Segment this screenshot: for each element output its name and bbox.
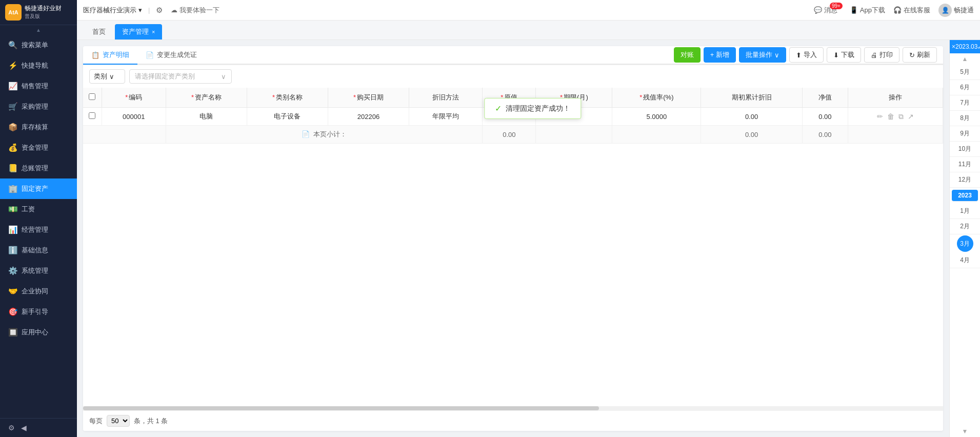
category-select[interactable]: 类别 ∨ <box>89 69 125 84</box>
row-checkbox[interactable] <box>89 112 95 119</box>
tab-asset-management[interactable]: 资产管理 × <box>115 24 162 39</box>
payroll-icon: 💵 <box>8 205 17 214</box>
company-name: 医疗器械行业演示 <box>83 6 136 15</box>
app-download-btn[interactable]: 📱 App下载 <box>850 6 885 15</box>
sidebar-label-operations: 经营管理 <box>22 225 48 234</box>
cell-name: 电脑 <box>166 108 247 126</box>
sidebar-label-search: 搜索菜单 <box>22 41 48 50</box>
per-page-select[interactable]: 50 <box>107 415 130 427</box>
topbar: 医疗器械行业演示 ▾ | ⚙ ☁ 我要体验一下 💬 消息 99+ 📱 App下载… <box>77 0 980 21</box>
sidebar-item-ledger[interactable]: 📒总账管理 <box>0 158 77 178</box>
refresh-button[interactable]: ↻ 刷新 <box>903 47 937 63</box>
company-settings-icon[interactable]: ⚙ <box>156 6 163 15</box>
sidebar-item-inventory[interactable]: 📦库存核算 <box>0 117 77 137</box>
online-service-btn[interactable]: 🎧 在线客服 <box>893 6 930 15</box>
cal-month-3月[interactable]: 3月 <box>957 235 973 252</box>
header-checkbox-cell <box>83 88 102 108</box>
sidebar-item-purchase[interactable]: 🛒采购管理 <box>0 96 77 117</box>
tab-close-icon[interactable]: × <box>152 29 155 35</box>
cal-month-4月[interactable]: 4月 <box>950 253 980 268</box>
calendar-down-btn[interactable]: ▼ <box>950 426 980 437</box>
right-calendar-panel: × 2023.03 ⤢ ▲ 5月6月7月8月9月10月11月12月20231月2… <box>949 40 980 437</box>
experience-btn[interactable]: ☁ 我要体验一下 <box>171 6 219 15</box>
category-input[interactable]: 请选择固定资产类别 ∨ <box>129 69 232 84</box>
sidebar-item-basic-info[interactable]: ℹ️基础信息 <box>0 240 77 261</box>
calendar-header: × 2023.03 ⤢ <box>950 40 980 53</box>
print-button[interactable]: 🖨 打印 <box>864 47 899 63</box>
sidebar-scroll-up[interactable]: ▲ <box>0 25 77 35</box>
subtotal-label: 📄 本页小计： <box>166 126 482 144</box>
reconcile-button[interactable]: 对账 <box>674 47 701 63</box>
cell-depreciation: 年限平均 <box>409 108 483 126</box>
import-button[interactable]: ⬆ 导入 <box>789 47 824 63</box>
settings-icon[interactable]: ⚙ <box>8 424 15 432</box>
sidebar-item-finance[interactable]: 💰资金管理 <box>0 137 77 158</box>
finance-icon: 💰 <box>8 143 17 152</box>
header-depreciation: 折旧方法 <box>409 88 483 108</box>
sidebar: AtA 畅捷通好业财 普及版 ▲ 🔍搜索菜单⚡快捷导航📈销售管理🛒采购管理📦库存… <box>0 0 77 437</box>
sidebar-item-app-center[interactable]: 🔲应用中心 <box>0 322 77 343</box>
operations-icon: 📊 <box>8 225 17 234</box>
cell-code: 000001 <box>102 108 166 126</box>
success-toast: ✓ 清理固定资产成功！ <box>484 98 581 119</box>
header-net-value: 净值 <box>802 88 848 108</box>
sidebar-label-payroll: 工资 <box>22 205 35 214</box>
category-input-chevron: ∨ <box>221 73 226 81</box>
sidebar-item-guide[interactable]: 🎯新手引导 <box>0 302 77 322</box>
cal-month-2月[interactable]: 2月 <box>950 219 980 234</box>
subtab-asset-detail[interactable]: 📋 资产明细 <box>83 46 137 65</box>
cal-month-9月[interactable]: 9月 <box>950 126 980 142</box>
panel-expand-icon[interactable]: ⤢ <box>977 43 980 50</box>
sidebar-item-quick-nav[interactable]: ⚡快捷导航 <box>0 55 77 76</box>
topbar-right: 💬 消息 99+ 📱 App下载 🎧 在线客服 👤 畅捷通 <box>814 4 974 17</box>
download-button[interactable]: ⬇ 下载 <box>827 47 861 63</box>
copy-icon[interactable]: ⧉ <box>898 112 904 121</box>
cal-year-label: 2023 <box>952 190 978 202</box>
cooperation-icon: 🤝 <box>8 287 17 296</box>
page-main: 📋 资产明细 📄 变更生成凭证 对账 + 新增 <box>77 40 949 437</box>
header-category: *类别名称 <box>247 88 328 108</box>
delete-icon[interactable]: 🗑 <box>887 112 894 121</box>
cal-month-6月[interactable]: 6月 <box>950 80 980 95</box>
cal-month-11月[interactable]: 11月 <box>950 157 980 172</box>
sidebar-item-cooperation[interactable]: 🤝企业协同 <box>0 281 77 302</box>
subtotal-net: 0.00 <box>802 126 848 144</box>
app-center-icon: 🔲 <box>8 328 17 337</box>
scrollbar-thumb[interactable] <box>83 406 599 410</box>
user-menu[interactable]: 👤 畅捷通 <box>938 4 974 17</box>
subtab-change-voucher[interactable]: 📄 变更生成凭证 <box>137 46 205 65</box>
sidebar-item-operations[interactable]: 📊经营管理 <box>0 220 77 240</box>
sidebar-label-finance: 资金管理 <box>22 143 48 152</box>
filter-row: 类别 ∨ 请选择固定资产类别 ∨ <box>83 65 943 88</box>
cal-month-5月[interactable]: 5月 <box>950 65 980 80</box>
new-button[interactable]: + 新增 <box>704 47 736 63</box>
collapse-icon[interactable]: ◀ <box>21 424 27 432</box>
sidebar-item-sales[interactable]: 📈销售管理 <box>0 76 77 96</box>
header-name: *资产名称 <box>166 88 247 108</box>
more-icon[interactable]: ↗ <box>908 112 914 121</box>
print-icon: 🖨 <box>871 51 877 59</box>
download-icon: 📱 <box>850 6 858 14</box>
cell-category: 电子设备 <box>247 108 328 126</box>
cal-month-1月[interactable]: 1月 <box>950 204 980 219</box>
cal-month-7月[interactable]: 7月 <box>950 95 980 111</box>
sidebar-item-system[interactable]: ⚙️系统管理 <box>0 261 77 281</box>
main-area: 医疗器械行业演示 ▾ | ⚙ ☁ 我要体验一下 💬 消息 99+ 📱 App下载… <box>77 0 980 437</box>
message-btn[interactable]: 💬 消息 99+ <box>814 6 837 15</box>
company-selector[interactable]: 医疗器械行业演示 ▾ <box>83 6 142 15</box>
select-all-checkbox[interactable] <box>89 93 95 100</box>
sidebar-item-fixed-assets[interactable]: 🏢固定资产 <box>0 178 77 199</box>
cal-month-12月[interactable]: 12月 <box>950 172 980 188</box>
cal-month-8月[interactable]: 8月 <box>950 111 980 126</box>
tab-home[interactable]: 首页 <box>85 24 113 39</box>
header-actions: 操作 <box>848 88 943 108</box>
batch-ops-button[interactable]: 批量操作 ∨ <box>739 47 786 63</box>
cal-month-10月[interactable]: 10月 <box>950 142 980 157</box>
sidebar-item-search[interactable]: 🔍搜索菜单 <box>0 35 77 55</box>
message-icon: 💬 <box>814 6 822 14</box>
sidebar-item-payroll[interactable]: 💵工资 <box>0 199 77 220</box>
panel-close-icon[interactable]: × <box>952 43 955 50</box>
edit-icon[interactable]: ✏ <box>877 112 883 121</box>
horizontal-scrollbar[interactable] <box>83 406 943 410</box>
calendar-up-btn[interactable]: ▲ <box>950 53 980 65</box>
